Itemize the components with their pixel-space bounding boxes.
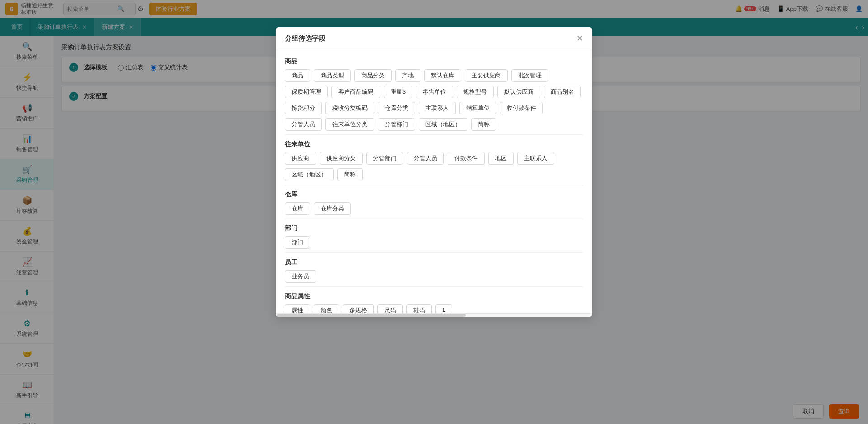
field-tags-goods: 商品 商品类型 商品分类 产地 默认仓库 主要供应商 批次管理 保质期管理 客户… [285,69,583,131]
modal: 分组待选字段 ✕ 商品 商品 商品类型 商品分类 产地 默认仓库 主要供应商 批… [276,27,592,317]
field-tag-goods-5[interactable]: 主要供应商 [465,69,508,82]
divider-4 [285,252,583,253]
field-tag-goods-18[interactable]: 结算单位 [459,102,496,114]
divider-3 [285,219,583,219]
field-tag-cp-4[interactable]: 付款条件 [448,152,485,165]
divider-1 [285,134,583,135]
field-tags-goods-attr: 属性 颜色 多规格 尺码 鞋码 1 [285,304,583,313]
field-tag-goods-11[interactable]: 规格型号 [457,86,494,98]
field-tag-emp-0[interactable]: 业务员 [285,270,316,283]
field-tag-attr-0[interactable]: 属性 [285,304,310,313]
field-tag-goods-16[interactable]: 仓库分类 [378,102,415,114]
field-tags-dept: 部门 [285,236,583,249]
field-tag-goods-20[interactable]: 分管人员 [285,118,322,131]
field-tag-goods-10[interactable]: 零售单位 [416,86,453,98]
field-tag-attr-3[interactable]: 尺码 [377,304,403,313]
divider-2 [285,185,583,185]
field-tag-cp-6[interactable]: 主联系人 [517,152,554,165]
field-tag-cp-0[interactable]: 供应商 [285,152,316,165]
field-tag-goods-15[interactable]: 税收分类编码 [326,102,374,114]
field-tag-goods-13[interactable]: 商品别名 [544,86,581,98]
field-tag-attr-2[interactable]: 多规格 [343,304,374,313]
field-tag-goods-6[interactable]: 批次管理 [511,69,548,82]
field-tag-attr-1[interactable]: 颜色 [314,304,339,313]
modal-header: 分组待选字段 ✕ [276,27,592,50]
field-tag-attr-5[interactable]: 1 [435,304,452,313]
divider-5 [285,286,583,287]
modal-hscroll-thumb [277,314,466,317]
field-tag-goods-17[interactable]: 主联系人 [419,102,456,114]
section-title-warehouse: 仓库 [285,191,583,199]
modal-body[interactable]: 商品 商品 商品类型 商品分类 产地 默认仓库 主要供应商 批次管理 保质期管理… [276,50,592,313]
section-title-goods: 商品 [285,57,583,66]
field-tag-goods-22[interactable]: 分管部门 [378,118,415,131]
field-tag-goods-21[interactable]: 往来单位分类 [326,118,374,131]
field-tag-dept-0[interactable]: 部门 [285,236,310,249]
modal-close-button[interactable]: ✕ [576,33,583,43]
field-tag-goods-9[interactable]: 重量3 [384,86,412,98]
field-tag-cp-8[interactable]: 简称 [337,168,363,181]
field-tag-cp-3[interactable]: 分管人员 [407,152,444,165]
field-tag-cp-2[interactable]: 分管部门 [366,152,403,165]
field-tag-goods-8[interactable]: 客户商品编码 [331,86,380,98]
field-tag-cp-7[interactable]: 区域（地区） [285,168,334,181]
field-tag-wh-1[interactable]: 仓库分类 [314,202,351,215]
field-tag-goods-1[interactable]: 商品类型 [314,69,351,82]
modal-title: 分组待选字段 [285,34,326,43]
field-tag-goods-4[interactable]: 默认仓库 [424,69,461,82]
field-tag-goods-7[interactable]: 保质期管理 [285,86,328,98]
field-tags-counterparty: 供应商 供应商分类 分管部门 分管人员 付款条件 地区 主联系人 区域（地区） … [285,152,583,181]
modal-hscroll[interactable] [276,313,592,317]
field-tag-cp-5[interactable]: 地区 [488,152,514,165]
section-title-employee: 员工 [285,258,583,267]
field-tag-wh-0[interactable]: 仓库 [285,202,310,215]
field-tag-goods-23[interactable]: 区域（地区） [419,118,467,131]
field-tag-goods-0[interactable]: 商品 [285,69,310,82]
field-tags-employee: 业务员 [285,270,583,283]
field-tag-goods-3[interactable]: 产地 [395,69,420,82]
field-tag-goods-2[interactable]: 商品分类 [354,69,392,82]
field-tag-goods-24[interactable]: 简称 [471,118,496,131]
field-tags-warehouse: 仓库 仓库分类 [285,202,583,215]
section-title-dept: 部门 [285,224,583,233]
field-tag-goods-12[interactable]: 默认供应商 [497,86,540,98]
modal-overlay: 分组待选字段 ✕ 商品 商品 商品类型 商品分类 产地 默认仓库 主要供应商 批… [0,0,868,424]
section-title-counterparty: 往来单位 [285,140,583,148]
field-tag-attr-4[interactable]: 鞋码 [406,304,432,313]
field-tag-goods-14[interactable]: 拣货积分 [285,102,322,114]
field-tag-cp-1[interactable]: 供应商分类 [320,152,363,165]
section-title-goods-attr: 商品属性 [285,292,583,300]
field-tag-goods-19[interactable]: 收付款条件 [500,102,543,114]
